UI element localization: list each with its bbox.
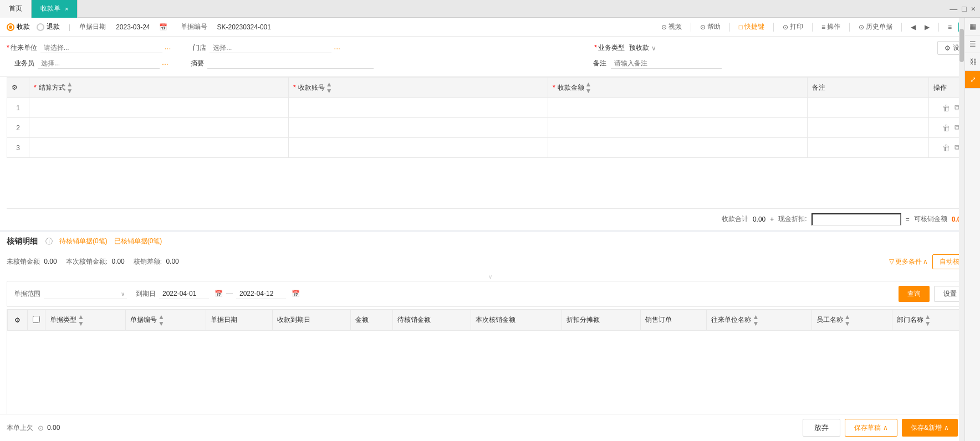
row-1-delete[interactable]: 🗑 — [942, 104, 950, 112]
tab-receipt[interactable]: 收款单 × — [32, 0, 78, 18]
save-new-button[interactable]: 保存&新增 ∧ — [902, 419, 958, 437]
partner-label: *往来单位 — [7, 43, 37, 53]
row-2-settlement[interactable] — [29, 118, 289, 138]
btn-operate[interactable]: ≡ 操作 — [819, 21, 843, 33]
bth-doc-date: 单据日期 — [206, 310, 273, 330]
right-panel: ▦ ☰ ⛓ ⤢ — [964, 18, 980, 441]
div4 — [773, 23, 774, 32]
scrollbar-thumb[interactable] — [959, 29, 964, 62]
discount-input[interactable] — [811, 213, 901, 225]
staff-more-icon[interactable]: ··· — [162, 59, 169, 68]
bth-due-date: 收款到期日 — [272, 310, 351, 330]
rp-expand-icon[interactable]: ⤢ — [965, 71, 980, 89]
row-3-settlement[interactable] — [29, 138, 289, 158]
row-2-delete[interactable]: 🗑 — [942, 124, 950, 132]
btn-nav-prev[interactable]: ◀ — [908, 22, 918, 32]
rp-table-icon[interactable]: ▦ — [965, 18, 980, 35]
partner-more-icon[interactable]: ··· — [165, 44, 171, 53]
close-button[interactable]: × — [971, 4, 976, 13]
cal-to-icon[interactable]: 📅 — [292, 290, 300, 298]
rp-list-icon[interactable]: ☰ — [965, 35, 980, 53]
doc-num-label: 单据编号 — [181, 22, 207, 32]
tab-home[interactable]: 首页 — [0, 0, 32, 18]
date-separator: — — [226, 290, 233, 298]
row-2-remark[interactable] — [807, 118, 928, 138]
row-3-delete[interactable]: 🗑 — [942, 143, 950, 152]
filter-actions: 查询 设置 — [899, 286, 966, 302]
sort-staff[interactable]: ▲▼ — [844, 314, 851, 327]
row-2-amount[interactable] — [548, 118, 807, 138]
th-gear[interactable]: ⚙ — [7, 78, 29, 98]
tab-bar: 首页 收款单 × — □ × — [0, 0, 980, 18]
range-select[interactable] — [44, 289, 127, 299]
radio-receive[interactable]: 收款 — [7, 22, 30, 32]
sort-account[interactable]: ▲▼ — [326, 81, 333, 94]
shortcut-label: 快捷键 — [744, 22, 764, 32]
date-to-input[interactable] — [236, 289, 286, 299]
btn-video[interactable]: ⊙ 视频 — [659, 21, 684, 33]
biz-type-dropdown[interactable]: ∨ — [651, 44, 656, 52]
div8 — [938, 23, 939, 32]
radio-receive-label: 收款 — [17, 22, 30, 32]
radio-refund[interactable]: 退款 — [37, 22, 60, 32]
btn-history[interactable]: ⊙ 历史单据 — [856, 21, 895, 33]
date-from-input[interactable] — [159, 289, 209, 299]
bth-gear[interactable]: ⚙ — [8, 310, 28, 330]
date-label: 单据日期 — [79, 22, 106, 32]
div5 — [812, 23, 813, 32]
sort-amount[interactable]: ▲▼ — [585, 81, 592, 94]
partner-input[interactable] — [40, 43, 162, 53]
btn-shortcut[interactable]: □ 快捷键 — [737, 21, 767, 33]
row-3-amount[interactable] — [548, 138, 807, 158]
sort-settlement[interactable]: ▲▼ — [67, 81, 73, 94]
btn-menu[interactable]: ≡ — [946, 22, 954, 32]
row-1-account[interactable] — [288, 98, 548, 118]
staff-input[interactable] — [38, 58, 160, 69]
draft-button[interactable]: 保存草稿 ∧ — [845, 419, 897, 437]
row-3-remark[interactable] — [807, 138, 928, 158]
maximize-button[interactable]: □ — [962, 4, 966, 13]
select-all-checkbox[interactable] — [33, 316, 40, 323]
limit-info-icon[interactable]: ⊙ — [38, 424, 44, 432]
verify-info-icon[interactable]: ⓘ — [45, 237, 53, 247]
print-icon: ⊙ — [783, 23, 788, 31]
row-2-account[interactable] — [288, 118, 548, 138]
sort-doc-num[interactable]: ▲▼ — [158, 314, 165, 327]
more-conditions-btn[interactable]: ▽ 更多条件 ∧ — [889, 257, 928, 266]
sort-dept[interactable]: ▲▼ — [925, 314, 931, 327]
history-label: 历史单据 — [866, 22, 892, 32]
row-num-1: 1 — [7, 98, 29, 118]
bth-check[interactable] — [28, 310, 45, 330]
summary-input[interactable] — [207, 58, 374, 69]
sort-doc-type[interactable]: ▲▼ — [78, 314, 84, 327]
calendar-icon[interactable]: 📅 — [159, 23, 167, 31]
btn-print[interactable]: ⊙ 打印 — [780, 21, 805, 33]
sort-partner[interactable]: ▲▼ — [752, 314, 759, 327]
diff-label: 核销差额: 0.00 — [134, 257, 179, 266]
scrollbar[interactable] — [959, 18, 964, 441]
abandon-button[interactable]: 放弃 — [803, 419, 840, 437]
pending-tab[interactable]: 待核销单据(0笔) — [59, 237, 108, 246]
query-button[interactable]: 查询 — [899, 286, 930, 302]
divider1: | — [69, 23, 70, 31]
btn-nav-next[interactable]: ▶ — [922, 22, 932, 32]
minimize-button[interactable]: — — [950, 4, 957, 13]
done-tab[interactable]: 已核销单据(0笔) — [114, 237, 162, 246]
chevron-up-icon: ∧ — [923, 258, 928, 265]
row-1-remark[interactable] — [807, 98, 928, 118]
row-1-amount[interactable] — [548, 98, 807, 118]
row-3-account[interactable] — [288, 138, 548, 158]
tab-close-icon[interactable]: × — [65, 6, 68, 12]
row-1-settlement[interactable] — [29, 98, 289, 118]
total-value: 0.00 — [753, 216, 765, 223]
store-input[interactable] — [210, 43, 331, 53]
div3 — [729, 23, 730, 32]
store-more-icon[interactable]: ··· — [334, 44, 340, 53]
help-label: 帮助 — [707, 22, 721, 32]
div6 — [849, 23, 850, 32]
remark-input[interactable] — [611, 58, 722, 69]
btn-help[interactable]: ⊙ 帮助 — [698, 21, 723, 33]
rp-link-icon[interactable]: ⛓ — [965, 53, 980, 71]
cal-from-icon[interactable]: 📅 — [215, 290, 223, 298]
more-cond-label: 更多条件 — [895, 257, 922, 266]
